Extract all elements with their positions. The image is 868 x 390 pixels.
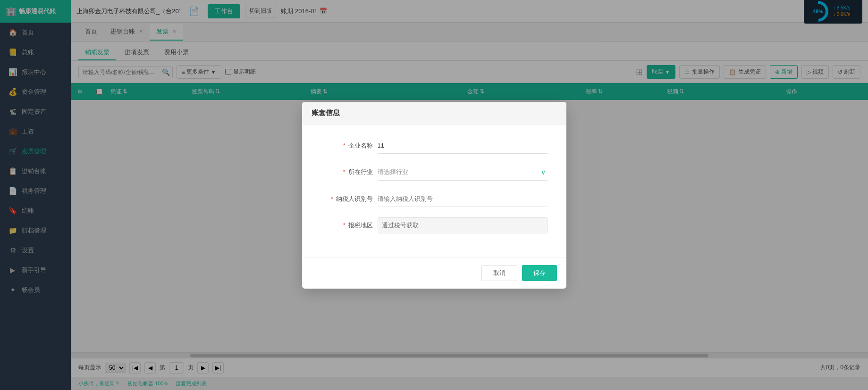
modal-header: 账套信息: [302, 102, 566, 124]
modal-overlay: 账套信息 * 企业名称 * 所在行业 请选择行业: [0, 0, 868, 390]
tax-id-input[interactable]: [378, 191, 548, 207]
required-marker: *: [331, 195, 333, 202]
required-marker: *: [343, 168, 346, 175]
industry-select-wrap: 请选择行业 ∨: [378, 164, 548, 181]
required-marker: *: [343, 222, 346, 229]
form-row-tax-region: * 报税地区: [321, 217, 548, 233]
cancel-button[interactable]: 取消: [481, 265, 517, 281]
account-info-modal: 账套信息 * 企业名称 * 所在行业 请选择行业: [302, 102, 566, 289]
industry-select[interactable]: 请选择行业: [378, 164, 548, 180]
modal-title: 账套信息: [312, 108, 340, 116]
tax-region-label: * 报税地区: [321, 221, 378, 230]
tax-id-label: * 纳税人识别号: [321, 195, 378, 203]
required-marker: *: [343, 142, 346, 149]
tax-region-input: [378, 217, 548, 233]
modal-footer: 取消 保存: [302, 257, 566, 289]
modal-body: * 企业名称 * 所在行业 请选择行业 ∨: [302, 124, 566, 257]
company-name-input[interactable]: [378, 138, 548, 154]
form-row-industry: * 所在行业 请选择行业 ∨: [321, 164, 548, 181]
save-button[interactable]: 保存: [522, 265, 557, 281]
industry-label: * 所在行业: [321, 168, 378, 176]
form-row-tax-id: * 纳税人识别号: [321, 191, 548, 207]
form-row-company-name: * 企业名称: [321, 138, 548, 154]
company-name-label: * 企业名称: [321, 141, 378, 150]
